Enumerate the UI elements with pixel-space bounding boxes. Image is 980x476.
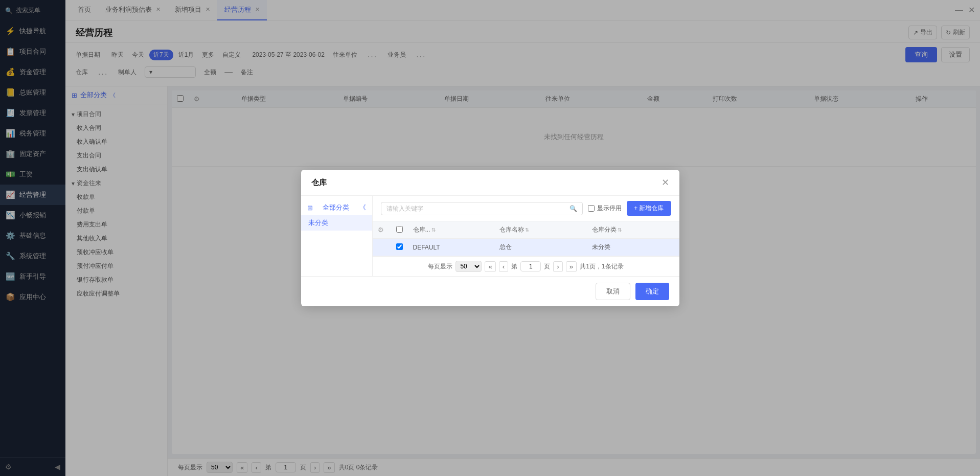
modal-pagination: 每页显示 50 100 « ‹ 第 页 › » 共1页，1条记录 <box>373 256 679 276</box>
modal-close-btn[interactable]: ✕ <box>662 177 669 188</box>
modal-search-input[interactable] <box>386 205 567 212</box>
modal-toolbar: 🔍 显示停用 + 新增仓库 <box>373 196 679 221</box>
modal-th-name: 仓库名称 ⇅ <box>494 221 587 239</box>
row-name-cell: 总仓 <box>494 239 587 256</box>
modal-per-page-label: 每页显示 <box>428 262 452 271</box>
modal-content: 🔍 显示停用 + 新增仓库 <box>373 196 679 276</box>
table-row[interactable]: DEFAULT 总仓 未分类 <box>373 239 679 256</box>
row-checkbox-cell <box>391 239 408 256</box>
modal-last-page-btn[interactable]: » <box>566 261 577 272</box>
sort-icon-name: ⇅ <box>525 227 529 233</box>
row-checkbox[interactable] <box>396 243 403 250</box>
row-category-cell: 未分类 <box>587 239 679 256</box>
modal-header: 仓库 ✕ <box>301 170 679 196</box>
add-warehouse-btn[interactable]: + 新增仓库 <box>627 201 671 216</box>
modal-overlay: 仓库 ✕ ⊞ 全部分类 《 未分类 🔍 <box>0 0 980 476</box>
modal-sidebar-uncategorized[interactable]: 未分类 <box>301 215 372 231</box>
modal-th-code: 仓库... ⇅ <box>408 221 494 239</box>
warehouse-table: ⚙ 仓库... ⇅ <box>373 221 679 256</box>
modal-per-page-select[interactable]: 50 100 <box>455 261 482 272</box>
modal-select-all[interactable] <box>396 226 403 233</box>
modal-th-checkbox <box>391 221 408 239</box>
modal-page-input[interactable] <box>520 261 541 271</box>
modal-total-text: 共1页，1条记录 <box>580 262 623 271</box>
modal-sidebar-header[interactable]: ⊞ 全部分类 《 <box>301 200 372 215</box>
row-code-cell: DEFAULT <box>408 239 494 256</box>
modal-first-page-btn[interactable]: « <box>485 261 495 272</box>
modal-page-label: 第 <box>511 262 517 271</box>
modal-page-suffix: 页 <box>544 262 550 271</box>
modal-search-icon: 🔍 <box>569 205 577 212</box>
cancel-button[interactable]: 取消 <box>596 283 630 300</box>
modal-prev-page-btn[interactable]: ‹ <box>499 261 508 272</box>
modal-table-area: ⚙ 仓库... ⇅ <box>373 221 679 256</box>
grid-icon: ⊞ <box>307 204 313 212</box>
modal-next-page-btn[interactable]: › <box>553 261 562 272</box>
confirm-button[interactable]: 确定 <box>635 283 669 300</box>
modal-body: ⊞ 全部分类 《 未分类 🔍 显示停用 <box>301 196 679 276</box>
modal-footer: 取消 确定 <box>301 276 679 306</box>
name-sort[interactable]: 仓库名称 ⇅ <box>499 225 529 234</box>
category-sort[interactable]: 仓库分类 ⇅ <box>592 225 622 234</box>
sort-icon-category: ⇅ <box>618 227 622 233</box>
show-disabled-checkbox[interactable]: 显示停用 <box>588 204 622 213</box>
modal-sidebar: ⊞ 全部分类 《 未分类 <box>301 196 373 276</box>
sidebar-collapse-icon[interactable]: 《 <box>359 203 366 212</box>
modal-th-setting: ⚙ <box>373 221 391 239</box>
modal-search-box[interactable]: 🔍 <box>381 202 583 215</box>
modal-th-category: 仓库分类 ⇅ <box>587 221 679 239</box>
row-setting-cell <box>373 239 391 256</box>
warehouse-modal: 仓库 ✕ ⊞ 全部分类 《 未分类 🔍 <box>301 170 679 306</box>
show-disabled-input[interactable] <box>588 205 595 212</box>
sort-icon-code: ⇅ <box>431 227 436 233</box>
modal-col-setting-icon[interactable]: ⚙ <box>378 226 384 234</box>
modal-title: 仓库 <box>311 178 327 188</box>
code-sort[interactable]: 仓库... ⇅ <box>413 225 436 234</box>
